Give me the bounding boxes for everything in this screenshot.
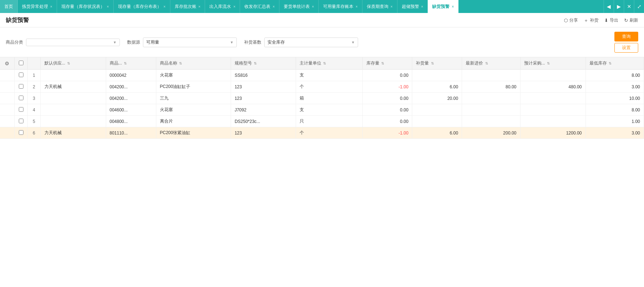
row-min-stock: 3.00 [586, 127, 644, 139]
page-container: 缺货预警 ⬡ 分享 ＋ 补货 ⬇ 导出 ↻ 刷新 商品分类 [0, 13, 644, 287]
settings-button[interactable]: 设置 [614, 43, 638, 53]
row-replenish [412, 70, 462, 81]
th-checkbox[interactable] [14, 57, 27, 70]
refresh-action[interactable]: ↻ 刷新 [624, 17, 638, 23]
datasource-value: 可用量 [146, 39, 159, 45]
tab-close-abnormal[interactable]: × [50, 5, 52, 9]
row-spec: DS250*23c... [231, 116, 296, 127]
row-replenish: 6.00 [412, 81, 462, 93]
tab-expand[interactable]: ⤢ [634, 0, 644, 13]
row-checkbox[interactable] [19, 84, 23, 89]
data-table: ⚙ 默认供应... ⇅ 商品... ⇅ 商品名称 [0, 57, 644, 139]
th-unit[interactable]: 主计量单位 ⇅ [296, 57, 362, 70]
row-name: PC200油缸缸子 [156, 81, 231, 93]
row-name: 三九 [156, 93, 231, 104]
export-action[interactable]: ⬇ 导出 [604, 17, 618, 23]
tab-avail-ledger[interactable]: 可用量库存账本 × [319, 0, 362, 13]
th-name[interactable]: 商品名称 ⇅ [156, 57, 231, 70]
th-latest-price[interactable]: 最新进价 ⇅ [462, 57, 520, 70]
tab-scroll-right[interactable]: ▶ [614, 0, 624, 13]
row-code: 004800... [106, 116, 156, 127]
th-spec[interactable]: 规格型号 ⇅ [231, 57, 296, 70]
row-check-cell[interactable] [14, 81, 27, 93]
category-select[interactable]: ▼ [26, 39, 120, 46]
export-icon: ⬇ [604, 18, 608, 23]
replenish-base-select[interactable]: 安全库存 ▼ [264, 37, 358, 47]
tab-abnormal[interactable]: 拣货异常处理 × [18, 0, 57, 13]
row-checkbox[interactable] [19, 72, 23, 77]
tab-batch[interactable]: 库存批次账 × [170, 0, 205, 13]
row-check-cell[interactable] [14, 127, 27, 139]
tab-shortage[interactable]: 缺货预警 × [428, 0, 458, 13]
th-replenish[interactable]: 补货量 ⇅ [412, 57, 462, 70]
datasource-select[interactable]: 可用量 ▼ [143, 37, 237, 47]
refresh-icon: ↻ [624, 18, 628, 23]
th-gear[interactable]: ⚙ [0, 57, 14, 70]
th-supplier[interactable]: 默认供应... ⇅ [40, 57, 106, 70]
row-spec: 123 [231, 81, 296, 93]
datasource-chevron-icon: ▼ [230, 40, 234, 44]
select-all-checkbox[interactable] [19, 61, 23, 65]
th-min-stock[interactable]: 最低库存 ⇅ [586, 57, 644, 70]
row-check-cell[interactable] [14, 116, 27, 127]
replenish-action[interactable]: ＋ 补货 [584, 17, 599, 24]
row-latest-price [462, 116, 520, 127]
tab-receive[interactable]: 收发存汇总表 × [240, 0, 279, 13]
row-est-purchase: 1200.00 [520, 127, 586, 139]
row-code: 801110... [106, 127, 156, 139]
th-est-purchase[interactable]: 预计采购... ⇅ [520, 57, 586, 70]
tab-close-stock-status[interactable]: × [107, 5, 109, 9]
tab-stock-status[interactable]: 现存量（库存状况表） × [57, 0, 114, 13]
row-unit: 支 [296, 104, 362, 116]
tab-close-receive[interactable]: × [273, 5, 275, 9]
query-button[interactable]: 查询 [614, 32, 638, 41]
row-check-cell[interactable] [14, 70, 27, 81]
row-unit: 箱 [296, 93, 362, 104]
row-checkbox[interactable] [19, 96, 23, 100]
tab-close-current[interactable]: ✕ [624, 0, 634, 13]
sort-replenish-icon: ⇅ [431, 61, 434, 65]
table-header-row: ⚙ 默认供应... ⇅ 商品... ⇅ 商品名称 [0, 57, 644, 70]
row-min-stock: 3.00 [586, 81, 644, 93]
row-latest-price [462, 104, 520, 116]
row-stock: 0.00 [362, 116, 412, 127]
tab-overstock[interactable]: 超储预警 × [397, 0, 428, 13]
th-code[interactable]: 商品... ⇅ [106, 57, 156, 70]
tab-inout[interactable]: 出入库流水 × [205, 0, 240, 13]
share-action[interactable]: ⬡ 分享 [564, 17, 578, 23]
tab-scroll-left[interactable]: ◀ [604, 0, 614, 13]
tab-order-stat[interactable]: 要货单统计表 × [279, 0, 319, 13]
row-checkbox[interactable] [19, 107, 23, 112]
replenish-base-label: 补货基数 [244, 39, 261, 45]
replenish-base-value: 安全库存 [267, 39, 285, 45]
tab-stock-dist[interactable]: 现存量（库存分布表） × [114, 0, 170, 13]
tab-close-order-stat[interactable]: × [312, 5, 314, 9]
gear-icon[interactable]: ⚙ [5, 61, 9, 66]
table-row: 5 004800... 离合片 DS250*23c... 只 0.00 1.00 [0, 116, 644, 127]
header-actions: ⬡ 分享 ＋ 补货 ⬇ 导出 ↻ 刷新 [564, 17, 638, 24]
tab-close-inout[interactable]: × [233, 5, 235, 9]
tab-home[interactable]: 首页 [0, 0, 18, 13]
row-check-cell[interactable] [14, 104, 27, 116]
row-name: 火花塞 [156, 104, 231, 116]
row-check-cell[interactable] [14, 93, 27, 104]
row-unit: 个 [296, 127, 362, 139]
tab-nav-controls: ◀ ▶ ✕ ⤢ [604, 0, 644, 13]
sort-min-stock-icon: ⇅ [609, 61, 612, 65]
tab-close-batch[interactable]: × [199, 5, 201, 9]
th-stock[interactable]: 库存量 ⇅ [362, 57, 412, 70]
tab-close-avail-ledger[interactable]: × [356, 5, 358, 9]
row-code: 004200... [106, 81, 156, 93]
tab-close-overstock[interactable]: × [421, 5, 423, 9]
row-unit: 只 [296, 116, 362, 127]
sort-est-purchase-icon: ⇅ [547, 61, 550, 65]
tab-expiry[interactable]: 保质期查询 × [362, 0, 397, 13]
page-header: 缺货预警 ⬡ 分享 ＋ 补货 ⬇ 导出 ↻ 刷新 [0, 13, 644, 27]
row-est-purchase: 480.00 [520, 81, 586, 93]
tab-close-stock-dist[interactable]: × [164, 5, 166, 9]
tab-close-shortage[interactable]: × [452, 5, 454, 9]
row-checkbox[interactable] [19, 119, 23, 123]
tab-close-expiry[interactable]: × [391, 5, 393, 9]
row-supplier [40, 70, 106, 81]
row-checkbox[interactable] [19, 130, 23, 135]
